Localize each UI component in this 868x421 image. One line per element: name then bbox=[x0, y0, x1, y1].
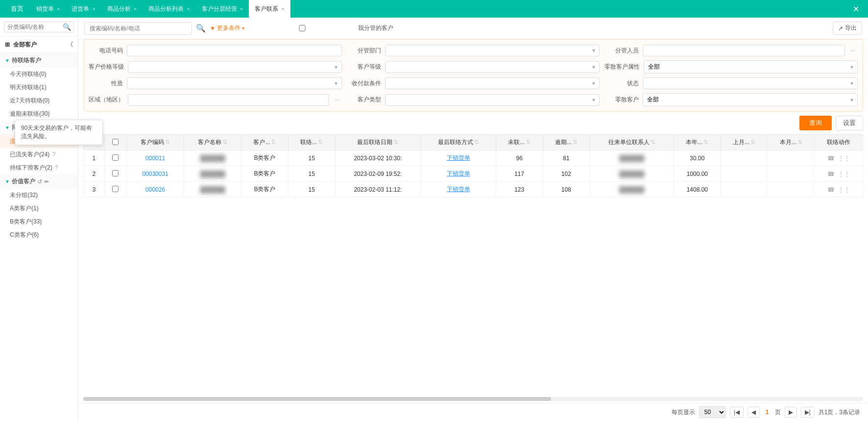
setting-button[interactable]: 设置 bbox=[836, 116, 863, 130]
row-checkbox-0[interactable] bbox=[104, 150, 127, 166]
row-code-2[interactable]: 000026 bbox=[127, 182, 184, 198]
col-code[interactable]: 客户编码⇅ bbox=[127, 135, 184, 150]
col-this-month[interactable]: 本月...⇅ bbox=[768, 135, 815, 150]
select-all-checkbox[interactable] bbox=[112, 139, 119, 145]
filter-phone-input[interactable] bbox=[127, 45, 342, 56]
sidebar-item-declining[interactable]: 持续下滑客户(2) ? bbox=[0, 161, 78, 174]
filter-region-more[interactable]: ··· bbox=[333, 97, 342, 103]
sidebar-item-churned[interactable]: 已流失客户(24) ? bbox=[0, 148, 78, 161]
col-checkbox[interactable] bbox=[104, 135, 127, 150]
filter-level-select[interactable]: ▾ bbox=[385, 61, 600, 73]
filter-dept-select[interactable]: ▾ bbox=[385, 45, 600, 56]
sidebar-group-pending[interactable]: ▼ 待联络客户 bbox=[0, 53, 78, 68]
nav-tab-purchase[interactable]: 进货单 × bbox=[66, 0, 101, 18]
nav-tab-purchase-close[interactable]: × bbox=[92, 6, 95, 12]
row-action-2[interactable]: ☎ ⋮⋮ bbox=[815, 182, 863, 198]
filter-zero-attr-select[interactable]: 全部 ▾ bbox=[644, 60, 858, 74]
prev-page-button[interactable]: ◀ bbox=[747, 407, 760, 418]
row-select-0[interactable] bbox=[112, 154, 119, 161]
nav-tab-analysis-close[interactable]: × bbox=[134, 6, 137, 12]
sidebar-item-7days[interactable]: 近7天待联络(0) bbox=[0, 94, 78, 107]
col-last-date[interactable]: 最后联络日期⇅ bbox=[335, 135, 421, 150]
filter-cust-type-select[interactable]: ▾ bbox=[385, 94, 600, 106]
contact-icon-2[interactable]: ☎ bbox=[827, 186, 835, 193]
query-button[interactable]: 查询 bbox=[799, 116, 832, 130]
search-input[interactable] bbox=[84, 22, 192, 35]
col-level[interactable]: 客户...⇅ bbox=[241, 135, 289, 150]
sidebar-item-classA[interactable]: A类客户(1) bbox=[0, 202, 78, 215]
per-page-select[interactable]: 50 100 200 bbox=[699, 406, 726, 418]
nav-tab-customer-tier-close[interactable]: × bbox=[240, 6, 243, 12]
refresh-icon[interactable]: ↺ bbox=[37, 178, 42, 185]
sidebar-item-tomorrow[interactable]: 明天待联络(1) bbox=[0, 81, 78, 94]
filter-price-level-select[interactable]: ▾ bbox=[128, 61, 342, 73]
sort-icon-name: ⇅ bbox=[222, 139, 227, 146]
row-last-method-0[interactable]: 下销货单 bbox=[421, 150, 496, 166]
search-button[interactable]: 🔍 bbox=[196, 24, 206, 33]
sidebar-item-overdue[interactable]: 逾期未联络(30) bbox=[0, 107, 78, 121]
sidebar-group-value[interactable]: ▼ 价值客户 ↺ ✏ bbox=[0, 174, 78, 189]
my-customers-checkbox-label[interactable]: 我分管的客户 bbox=[248, 24, 393, 32]
filter-person-more[interactable]: ··· bbox=[849, 47, 858, 54]
row-code-1[interactable]: 00030031 bbox=[127, 166, 184, 182]
filter-zero-customer-select[interactable]: 全部 ▾ bbox=[643, 93, 858, 106]
chevron-down-icon: ▾ bbox=[592, 47, 595, 54]
nav-tab-sales[interactable]: 销货单 × bbox=[30, 0, 66, 18]
row-checkbox-2[interactable] bbox=[104, 182, 127, 198]
sidebar-item-today[interactable]: 今天待联络(0) bbox=[0, 68, 78, 81]
contact-icon-1[interactable]: ☎ bbox=[827, 171, 835, 177]
filter-payment-select[interactable]: ▾ bbox=[385, 77, 600, 89]
col-uncontact[interactable]: 未联...⇅ bbox=[496, 135, 543, 150]
row-code-0[interactable]: 000011 bbox=[127, 150, 184, 166]
row-year-amount-2: 1408.00 bbox=[674, 182, 721, 198]
filter-region-input[interactable] bbox=[128, 94, 329, 106]
row-action-1[interactable]: ☎ ⋮⋮ bbox=[815, 166, 863, 182]
chevron-down-icon7: ▾ bbox=[850, 80, 853, 87]
row-select-1[interactable] bbox=[112, 170, 119, 176]
nav-home[interactable]: 首页 bbox=[4, 0, 30, 18]
filter-person-input[interactable] bbox=[643, 45, 845, 56]
row-last-method-1[interactable]: 下销货单 bbox=[421, 166, 496, 182]
row-last-method-2[interactable]: 下销货单 bbox=[421, 182, 496, 198]
last-page-button[interactable]: ▶| bbox=[801, 407, 815, 418]
h-scrollbar[interactable] bbox=[83, 397, 863, 401]
my-customers-checkbox[interactable] bbox=[248, 25, 356, 31]
more-action-icon-0[interactable]: ⋮⋮ bbox=[838, 155, 850, 162]
more-conditions-toggle[interactable]: ▼ 更多条件 ▾ bbox=[210, 24, 244, 32]
row-action-0[interactable]: ☎ ⋮⋮ bbox=[815, 150, 863, 166]
filter-zero-attr-label: 零散客户属性 bbox=[604, 63, 640, 71]
nav-tab-sales-close[interactable]: × bbox=[57, 6, 60, 12]
more-action-icon-1[interactable]: ⋮⋮ bbox=[838, 171, 850, 177]
contact-icon-0[interactable]: ☎ bbox=[827, 155, 835, 162]
nav-tab-analysis-list[interactable]: 商品分析列表 × bbox=[143, 0, 195, 18]
col-last-method[interactable]: 最后联络方式⇅ bbox=[421, 135, 496, 150]
sidebar-item-classC[interactable]: C类客户(6) bbox=[0, 228, 78, 242]
sidebar-collapse-icon[interactable]: 《 bbox=[67, 41, 73, 49]
first-page-button[interactable]: |◀ bbox=[730, 407, 744, 418]
col-last-month[interactable]: 上月...⇅ bbox=[721, 135, 768, 150]
row-contacts-2: 15 bbox=[288, 182, 335, 198]
next-page-button[interactable]: ▶ bbox=[785, 407, 797, 418]
nav-tab-customer-contact-close[interactable]: × bbox=[281, 6, 284, 12]
nav-tab-customer-tier[interactable]: 客户分层经营 × bbox=[196, 0, 249, 18]
col-contact-person[interactable]: 往来单位联系人⇅ bbox=[590, 135, 674, 150]
col-name[interactable]: 客户名称⇅ bbox=[184, 135, 241, 150]
col-year-amount[interactable]: 本年...⇅ bbox=[674, 135, 721, 150]
nav-tab-customer-contact[interactable]: 客户联系 × bbox=[249, 0, 290, 18]
sidebar-item-ungroup[interactable]: 未分组(32) bbox=[0, 189, 78, 202]
nav-tab-analysis[interactable]: 商品分析 × bbox=[101, 0, 143, 18]
sidebar-all-customers[interactable]: ⊞ 全部客户 《 bbox=[0, 37, 78, 53]
sidebar-item-classB[interactable]: B类客户(33) bbox=[0, 215, 78, 228]
chevron-down-icon8: ▾ bbox=[592, 97, 595, 103]
filter-gender-select[interactable]: ▾ bbox=[127, 77, 342, 89]
filter-status-select[interactable]: ▾ bbox=[643, 77, 858, 89]
more-action-icon-2[interactable]: ⋮⋮ bbox=[838, 186, 850, 193]
edit-icon[interactable]: ✏ bbox=[44, 178, 49, 185]
close-all-button[interactable]: ✕ bbox=[848, 4, 864, 14]
col-contacts[interactable]: 联络...⇅ bbox=[288, 135, 335, 150]
row-checkbox-1[interactable] bbox=[104, 166, 127, 182]
export-button[interactable]: ↗ 导出 bbox=[833, 22, 862, 35]
col-overdue[interactable]: 逾期...⇅ bbox=[543, 135, 590, 150]
nav-tab-analysis-list-close[interactable]: × bbox=[187, 6, 190, 12]
row-select-2[interactable] bbox=[112, 186, 119, 192]
